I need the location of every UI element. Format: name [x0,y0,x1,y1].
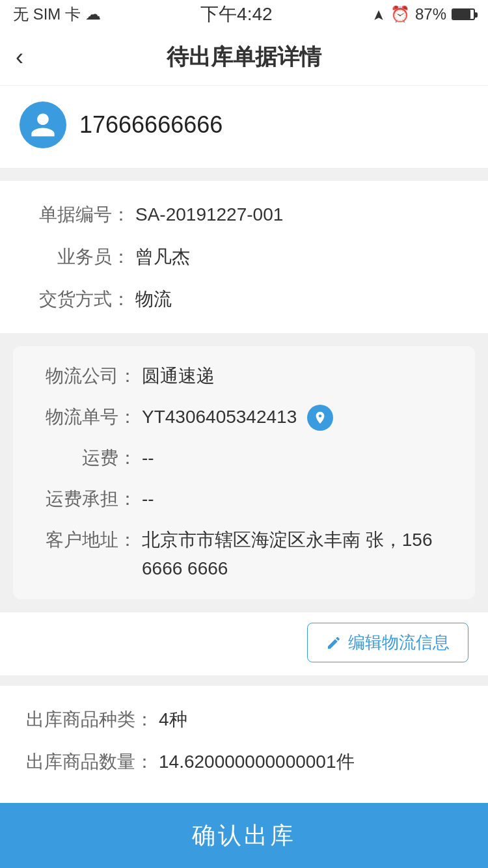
freight-label: 运费： [33,444,137,473]
sim-label: 无 SIM 卡 ☁ [13,4,101,25]
location-pin-icon [313,411,327,425]
battery-bar [452,8,475,20]
outbound-section: 出库商品种类： 4种 出库商品数量： 14.620000000000001件 [0,686,488,796]
tracking-value-row: YT4306405342413 [142,403,455,432]
dashed-separator [0,164,488,168]
customer-phone: 17666666666 [79,111,223,139]
outbound-qty-row: 出库商品数量： 14.620000000000001件 [26,748,462,777]
tracking-row: 物流单号： YT4306405342413 [33,403,455,432]
battery-icon [372,5,385,23]
user-icon [29,111,57,139]
freight-bearer-label: 运费承担： [33,485,137,514]
doc-no-label: 单据编号： [26,200,130,230]
delivery-label: 交货方式： [26,285,130,314]
freight-bearer-value: -- [142,485,455,514]
confirm-outbound-button[interactable]: 确认出库 [0,803,488,868]
outbound-type-value: 4种 [159,705,462,735]
delivery-value: 物流 [135,285,462,314]
logistics-company-row: 物流公司： 圆通速递 [33,362,455,391]
address-row: 客户地址： 北京市市辖区海淀区永丰南 张，156 6666 6666 [33,526,455,584]
edit-btn-row: 编辑物流信息 [0,612,488,675]
alarm-icon: ⏰ [390,5,410,23]
page-title: 待出库单据详情 [167,42,321,72]
basic-info-section: 单据编号： SA-20191227-001 业务员： 曾凡杰 交货方式： 物流 [0,181,488,333]
doc-no-row: 单据编号： SA-20191227-001 [26,200,462,230]
salesman-label: 业务员： [26,243,130,272]
outbound-type-label: 出库商品种类： [26,705,154,735]
logistics-company-label: 物流公司： [33,362,137,391]
customer-header: 17666666666 [0,86,488,164]
logistics-box: 物流公司： 圆通速递 物流单号： YT4306405342413 运费： -- … [13,346,475,599]
salesman-row: 业务员： 曾凡杰 [26,243,462,272]
outbound-qty-value: 14.620000000000001件 [159,748,462,777]
nav-bar: ‹ 待出库单据详情 [0,29,488,86]
salesman-value: 曾凡杰 [135,243,462,272]
logistics-company-value: 圆通速递 [142,362,455,391]
status-bar: 无 SIM 卡 ☁ 下午4:42 ⏰ 87% [0,0,488,29]
freight-row: 运费： -- [33,444,455,473]
address-label: 客户地址： [33,526,137,555]
status-right: ⏰ 87% [372,5,475,23]
freight-bearer-row: 运费承担： -- [33,485,455,514]
delivery-row: 交货方式： 物流 [26,285,462,314]
avatar [20,102,66,148]
outbound-type-row: 出库商品种类： 4种 [26,705,462,735]
tracking-location-button[interactable] [307,405,333,431]
tracking-number: YT4306405342413 [142,403,297,432]
address-value: 北京市市辖区海淀区永丰南 张，156 6666 6666 [142,526,455,584]
doc-no-value: SA-20191227-001 [135,200,462,230]
edit-icon [326,635,342,651]
section-divider [0,675,488,686]
outbound-qty-label: 出库商品数量： [26,748,154,777]
tracking-label: 物流单号： [33,403,137,432]
status-left: 无 SIM 卡 ☁ [13,4,101,25]
status-time: 下午4:42 [200,2,273,27]
confirm-outbound-label: 确认出库 [192,820,296,852]
edit-logistics-button[interactable]: 编辑物流信息 [307,623,468,662]
freight-value: -- [142,444,455,473]
edit-logistics-label: 编辑物流信息 [348,631,450,654]
back-button[interactable]: ‹ [16,44,23,71]
battery-level: 87% [415,5,446,23]
